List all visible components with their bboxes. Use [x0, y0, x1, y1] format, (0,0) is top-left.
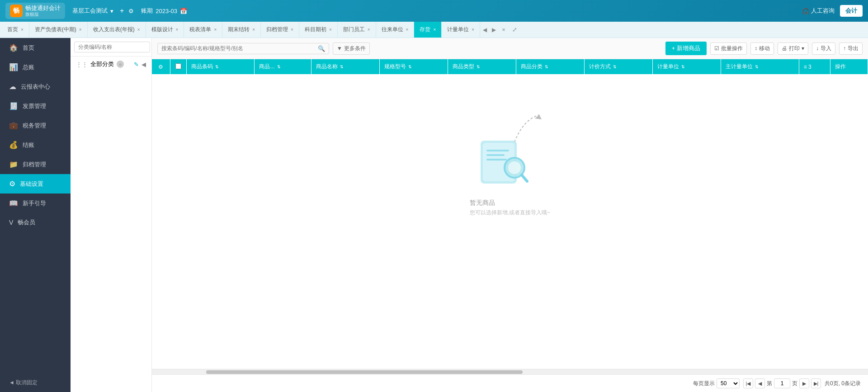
sidebar-item-closing[interactable]: 💰 结账: [0, 135, 71, 155]
col-spec[interactable]: 规格型号 ⇅: [379, 59, 448, 74]
top-bar-actions: 🎧 人工咨询 会计: [802, 5, 863, 17]
tab-balance-sheet[interactable]: 资产负债表(中期) ×: [29, 22, 88, 38]
main-layout: 🏠 首页 📊 总账 ☁ 云报表中心 🧾 发票管理 💼 税务管理 💰 结账 📁 归…: [0, 38, 868, 392]
right-content: 🔍 ▼ 更多条件 + 新增商品 ☑ 批量操作: [152, 38, 868, 392]
tab-close-icon[interactable]: ×: [291, 27, 293, 32]
page-last-btn[interactable]: ▶|: [811, 378, 821, 388]
tab-unit-measure[interactable]: 计量单位 ×: [442, 22, 480, 38]
add-icon[interactable]: +: [120, 7, 124, 15]
sidebar-unpin-button[interactable]: ◄ 取消固定: [0, 373, 71, 392]
tab-period-closing[interactable]: 期末结转 ×: [222, 22, 261, 38]
svg-rect-3: [486, 150, 509, 151]
tab-close-icon[interactable]: ×: [79, 27, 82, 32]
tab-label: 部门员工: [343, 26, 365, 33]
per-page-select[interactable]: 50 100 200: [717, 378, 740, 388]
product-search-input[interactable]: [161, 45, 316, 52]
tab-close-icon[interactable]: ×: [406, 27, 409, 32]
sidebar-item-invoice[interactable]: 🧾 发票管理: [0, 96, 71, 116]
col-unit[interactable]: 计量单位 ⇅: [652, 59, 721, 74]
sidebar-label: 畅会员: [18, 218, 35, 227]
col-name[interactable]: 商品名称 ⇅: [311, 59, 379, 74]
col-unit-label: 计量单位: [657, 63, 679, 70]
company-selector[interactable]: 基层工会测试 ▾ + ⚙: [69, 5, 137, 17]
page-first-btn[interactable]: |◀: [743, 378, 753, 388]
col-category[interactable]: 商品分类 ⇅: [516, 59, 584, 74]
product-search-bar[interactable]: 🔍: [157, 43, 329, 54]
sidebar-item-guide[interactable]: 📖 新手引导: [0, 194, 71, 213]
tab-template-design[interactable]: 模版设计 ×: [146, 22, 184, 38]
tab-close-icon[interactable]: ×: [176, 27, 179, 32]
tab-income-statement[interactable]: 收入支出表(年报) ×: [88, 22, 146, 38]
tab-close-icon[interactable]: ×: [368, 27, 370, 32]
horizontal-scrollbar[interactable]: [152, 369, 868, 374]
tab-close-all[interactable]: ×: [498, 22, 509, 38]
account-button[interactable]: 会计: [840, 5, 863, 17]
category-collapse-icon[interactable]: ◀: [142, 61, 146, 68]
settings-icon[interactable]: ⚙: [128, 8, 134, 14]
category-all-item[interactable]: ⋮⋮ 全部分类 ○ ✎ ◀: [71, 57, 151, 72]
col-type[interactable]: 商品类型 ⇅: [448, 59, 516, 74]
col-settings[interactable]: ⚙: [152, 59, 170, 74]
more-conditions-button[interactable]: ▼ 更多条件: [333, 43, 370, 55]
tab-inventory[interactable]: 存货 ×: [414, 22, 442, 38]
col-code[interactable]: 商品... ⇅: [255, 59, 311, 74]
sidebar-item-reports[interactable]: ☁ 云报表中心: [0, 77, 71, 96]
tab-close-icon[interactable]: ×: [252, 27, 255, 32]
tab-dept-staff[interactable]: 部门员工 ×: [338, 22, 376, 38]
sidebar-item-archive[interactable]: 📁 归档管理: [0, 155, 71, 174]
category-edit-icon[interactable]: ✎: [134, 61, 139, 68]
tab-archive-management[interactable]: 归档管理 ×: [261, 22, 299, 38]
batch-label: 批量操作: [721, 45, 743, 52]
export-button[interactable]: ↑ 导出: [839, 43, 863, 55]
sidebar-item-ledger[interactable]: 📊 总账: [0, 57, 71, 77]
tab-close-icon[interactable]: ×: [472, 27, 474, 32]
empty-state-row: 暂无商品 您可以选择新增,或者直接导入哦~: [152, 74, 868, 253]
page-prev-btn[interactable]: ◀: [755, 378, 765, 388]
tab-maximize[interactable]: ⤢: [509, 22, 520, 38]
scrollbar-thumb[interactable]: [206, 370, 523, 374]
batch-operation-button[interactable]: ☑ 批量操作: [710, 43, 747, 55]
total-records: 共0页, 0条记录: [825, 380, 861, 387]
category-search-input[interactable]: [74, 42, 150, 52]
tab-close-icon[interactable]: ×: [21, 27, 24, 32]
tab-close-icon[interactable]: ×: [329, 27, 332, 32]
col-extra[interactable]: ≡ 3: [799, 59, 830, 74]
tab-close-icon[interactable]: ×: [214, 27, 217, 32]
more-conditions-label: 更多条件: [344, 45, 366, 52]
tab-close-icon[interactable]: ×: [433, 27, 436, 32]
col-barcode[interactable]: 商品条码 ⇅: [186, 59, 255, 74]
move-button[interactable]: ↕ 移动: [750, 43, 774, 55]
col-price-method[interactable]: 计价方式 ⇅: [584, 59, 652, 74]
search-icon[interactable]: 🔍: [318, 45, 325, 52]
tab-tax-list[interactable]: 税表清单 ×: [184, 22, 222, 38]
tab-subject-init[interactable]: 科目期初 ×: [299, 22, 338, 38]
tab-nav-next[interactable]: ▶: [489, 22, 498, 38]
col-name-label: 商品名称: [316, 63, 338, 70]
tab-contacts[interactable]: 往来单位 ×: [376, 22, 415, 38]
calendar-icon[interactable]: 📅: [180, 8, 187, 14]
svg-line-8: [522, 175, 527, 181]
page-number-input[interactable]: [774, 378, 790, 388]
col-main-unit[interactable]: 主计量单位 ⇅: [721, 59, 799, 74]
add-product-button[interactable]: + 新增商品: [665, 42, 707, 55]
col-checkbox[interactable]: [170, 59, 186, 74]
sidebar-item-tax[interactable]: 💼 税务管理: [0, 116, 71, 135]
sidebar-label: 云报表中心: [21, 83, 50, 91]
tab-label: 往来单位: [382, 26, 403, 33]
logo-area[interactable]: 畅 畅捷通好会计 旗舰版: [5, 3, 65, 19]
ledger-icon: 📊: [9, 63, 18, 71]
tab-nav-prev[interactable]: ◀: [480, 22, 489, 38]
expand-icon[interactable]: ⋮⋮: [76, 61, 88, 68]
select-all-checkbox[interactable]: [175, 63, 181, 69]
sidebar-item-member[interactable]: V 畅会员: [0, 213, 71, 232]
tab-close-icon[interactable]: ×: [137, 27, 140, 32]
print-label: 打印: [789, 45, 800, 52]
print-button[interactable]: 🖨 打印 ▾: [778, 43, 808, 55]
tab-homepage[interactable]: 首页 ×: [2, 22, 29, 38]
category-search-box: 🔍: [71, 38, 151, 57]
import-button[interactable]: ↓ 导入: [812, 43, 835, 55]
sidebar-item-home[interactable]: 🏠 首页: [0, 38, 71, 57]
sidebar-item-settings[interactable]: ⚙ 基础设置: [0, 174, 71, 194]
page-next-btn[interactable]: ▶: [799, 378, 809, 388]
help-button[interactable]: 🎧 人工咨询: [802, 7, 835, 15]
